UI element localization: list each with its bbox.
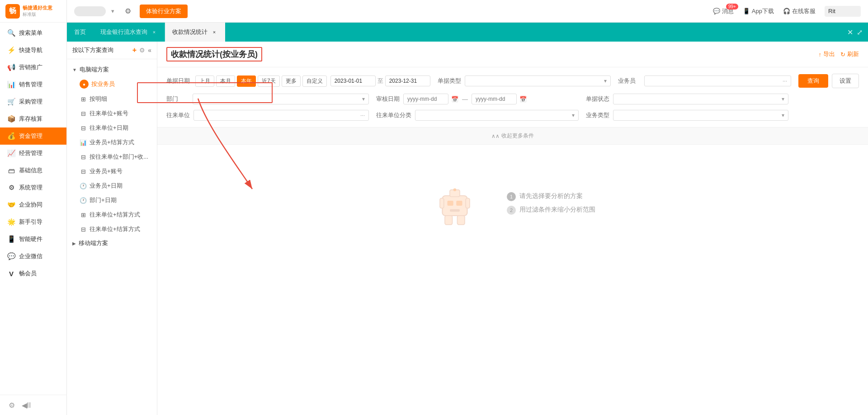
tabbar-right: ✕ ⤢ bbox=[847, 28, 868, 37]
right-content: 收款情况统计(按业务员) ↑ 导出 ↻ 刷新 bbox=[157, 42, 868, 415]
doc-status-label: 单据状态 bbox=[586, 95, 609, 103]
trial-button[interactable]: 体验行业方案 bbox=[140, 5, 188, 18]
scheme-item-by-detail[interactable]: ⊞ 按明细 bbox=[67, 92, 157, 106]
audit-date-to-input[interactable] bbox=[472, 94, 517, 104]
scheme-item-unit-account[interactable]: ⊟ 往来单位+账号 bbox=[67, 106, 157, 121]
doc-status-field: 单据状态 ▾ bbox=[586, 94, 788, 104]
svg-rect-7 bbox=[445, 216, 453, 225]
purchase-icon: 🛒 bbox=[7, 98, 15, 106]
partner-select[interactable]: ··· bbox=[193, 110, 369, 121]
sidebar: 畅 畅捷通好生意 标准版 🔍 搜索菜单 ⚡ 快捷导航 📢 营销推广 📊 销售管理… bbox=[0, 0, 67, 415]
date-btn-last-month[interactable]: 上月 bbox=[195, 75, 214, 87]
scheme-item-dept-date[interactable]: 🕐 部门+日期 bbox=[67, 193, 157, 208]
biz-type-select[interactable]: ▾ bbox=[613, 110, 788, 121]
sidebar-item-smart-hw[interactable]: 📱 智能硬件 bbox=[0, 231, 66, 248]
sidebar-item-basic-info[interactable]: 🗃 基础信息 bbox=[0, 162, 66, 179]
svg-rect-5 bbox=[440, 198, 444, 208]
sidebar-item-system[interactable]: ⚙ 系统管理 bbox=[0, 179, 66, 196]
salesperson-account-icon: ⊟ bbox=[80, 168, 87, 175]
doc-status-arrow: ▾ bbox=[782, 96, 784, 102]
date-separator: 至 bbox=[377, 77, 383, 85]
topbar-right: 💬 消息 99+ 📱 App下载 🎧 在线客服 Rit bbox=[713, 6, 861, 17]
partner-more[interactable]: ··· bbox=[360, 112, 365, 118]
maximize-icon[interactable]: ⤢ bbox=[857, 28, 863, 37]
export-button[interactable]: ↑ 导出 bbox=[819, 50, 835, 58]
date-btn-7days[interactable]: 近7天 bbox=[258, 75, 280, 87]
date-from-input[interactable] bbox=[330, 75, 376, 86]
app-download-item[interactable]: 📱 App下载 bbox=[743, 7, 774, 15]
salesperson-method-icon: 📊 bbox=[80, 139, 87, 146]
date-btn-this-year[interactable]: 本年 bbox=[237, 75, 256, 87]
tab-collection-stat[interactable]: 收款情况统计 × bbox=[165, 23, 225, 42]
sidebar-item-finance[interactable]: 💰 资金管理 bbox=[0, 127, 66, 145]
audit-date-dash: — bbox=[462, 96, 468, 103]
tab-close-collection-stat[interactable]: × bbox=[211, 29, 217, 35]
dept-select[interactable]: ▾ bbox=[193, 94, 369, 104]
basic-info-icon: 🗃 bbox=[7, 166, 15, 174]
sidebar-item-sales[interactable]: 📊 销售管理 bbox=[0, 76, 66, 93]
tab-close-cash-flow[interactable]: × bbox=[151, 29, 157, 35]
sidebar-item-enterprise[interactable]: 🤝 企业协同 bbox=[0, 196, 66, 213]
scheme-group-mobile-header[interactable]: ▶ 移动端方案 bbox=[67, 236, 157, 250]
collapse-panel-btn[interactable]: « bbox=[148, 47, 151, 54]
scheme-group-desktop-header[interactable]: ▼ 电脑端方案 bbox=[67, 63, 157, 76]
sidebar-item-quick-nav[interactable]: ⚡ 快捷导航 bbox=[0, 42, 66, 59]
sidebar-item-purchase[interactable]: 🛒 采购管理 bbox=[0, 93, 66, 110]
query-button[interactable]: 查询 bbox=[798, 74, 828, 88]
scheme-item-unit-method2[interactable]: ⊟ 往来单位+结算方式 bbox=[67, 222, 157, 236]
dropdown-icon[interactable]: ▾ bbox=[111, 8, 114, 14]
scheme-item-salesperson-method[interactable]: 📊 业务员+结算方式 bbox=[67, 135, 157, 150]
sidebar-nav: 🔍 搜索菜单 ⚡ 快捷导航 📢 营销推广 📊 销售管理 🛒 采购管理 📦 库存核… bbox=[0, 23, 66, 395]
add-scheme-btn[interactable]: + bbox=[132, 46, 137, 54]
collapse-more-btn[interactable]: ∧∧ 收起更多条件 bbox=[491, 132, 534, 140]
user-avatar bbox=[74, 6, 106, 16]
page-container: 按以下方案查询 + ⚙ « ▼ 电脑端方案 ● 按业务员 bbox=[67, 42, 868, 415]
cal-from-icon[interactable]: 📅 bbox=[451, 96, 458, 103]
date-btn-custom[interactable]: 自定义 bbox=[302, 75, 327, 87]
tab-home[interactable]: 首页 bbox=[67, 28, 93, 36]
scheme-item-unit-dept[interactable]: ⊟ 按往来单位+部门+收... bbox=[67, 150, 157, 164]
smart-hw-icon: 📱 bbox=[7, 235, 15, 243]
scheme-item-unit-date[interactable]: ⊟ 往来单位+日期 bbox=[67, 121, 157, 135]
audit-date-from-input[interactable] bbox=[403, 94, 448, 104]
quick-nav-icon: ⚡ bbox=[7, 46, 15, 54]
sidebar-item-wechat[interactable]: 💬 企业微信 bbox=[0, 248, 66, 265]
settings-icon[interactable]: ⚙ bbox=[122, 5, 134, 18]
scheme-settings-btn[interactable]: ⚙ bbox=[139, 47, 145, 54]
svg-rect-3 bbox=[456, 201, 462, 206]
partner-category-select[interactable]: ▾ bbox=[415, 110, 579, 121]
notification-item[interactable]: 💬 消息 99+ bbox=[713, 7, 734, 15]
tabbar: 首页 现金银行流水查询 × 收款情况统计 × ✕ ⤢ bbox=[67, 23, 868, 42]
salesperson-more[interactable]: ··· bbox=[783, 78, 787, 84]
salesperson-select[interactable]: ··· bbox=[644, 75, 791, 86]
inventory-icon: 📦 bbox=[7, 115, 15, 123]
group-label-desktop: 电脑端方案 bbox=[80, 66, 109, 74]
close-all-tabs-icon[interactable]: ✕ bbox=[847, 28, 853, 37]
sidebar-item-search-menu[interactable]: 🔍 搜索菜单 bbox=[0, 24, 66, 42]
collapse-icon: ∧∧ bbox=[491, 133, 500, 139]
scheme-item-unit-method1[interactable]: ⊞ 往来单位+结算方式 bbox=[67, 208, 157, 222]
sidebar-item-operation[interactable]: 📈 经营管理 bbox=[0, 145, 66, 162]
collapse-sidebar-icon[interactable]: ◀II bbox=[22, 401, 31, 410]
scheme-item-salesperson-date[interactable]: 🕐 业务员+日期 bbox=[67, 179, 157, 193]
date-btn-more[interactable]: 更多 bbox=[282, 75, 301, 87]
date-to-input[interactable] bbox=[385, 75, 430, 86]
settings-button[interactable]: 设置 bbox=[832, 74, 859, 88]
date-btn-this-month[interactable]: 本月 bbox=[216, 75, 235, 87]
sidebar-item-guide[interactable]: 🌟 新手引导 bbox=[0, 213, 66, 231]
partner-field: 往来单位 ··· bbox=[166, 110, 369, 121]
scheme-item-salesperson-account[interactable]: ⊟ 业务员+账号 bbox=[67, 164, 157, 179]
refresh-button[interactable]: ↻ 刷新 bbox=[840, 50, 859, 58]
sidebar-item-marketing[interactable]: 📢 营销推广 bbox=[0, 59, 66, 76]
tab-cash-flow[interactable]: 现金银行流水查询 × bbox=[93, 23, 165, 42]
page-title-wrap: 收款情况统计(按业务员) bbox=[166, 47, 262, 61]
left-panel-actions: + ⚙ « bbox=[132, 46, 151, 54]
doc-status-select[interactable]: ▾ bbox=[613, 94, 788, 104]
online-service-item[interactable]: 🎧 在线客服 bbox=[783, 7, 816, 15]
cal-to-icon[interactable]: 📅 bbox=[519, 96, 527, 103]
doc-type-select[interactable]: ▾ bbox=[465, 75, 611, 86]
settings-bottom-icon[interactable]: ⚙ bbox=[7, 401, 16, 410]
sidebar-item-inventory[interactable]: 📦 库存核算 bbox=[0, 110, 66, 127]
scheme-item-by-salesperson[interactable]: ● 按业务员 bbox=[67, 76, 157, 92]
sidebar-item-vip[interactable]: V 畅会员 bbox=[0, 265, 66, 282]
